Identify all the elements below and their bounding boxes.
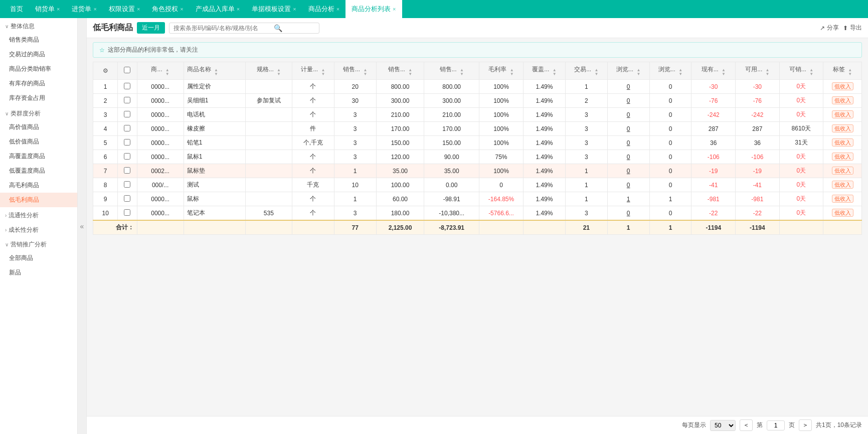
close-icon[interactable]: ×: [180, 6, 183, 12]
row-checkbox[interactable]: [124, 97, 130, 103]
row-checkbox[interactable]: [124, 209, 130, 216]
sidebar-item-low-value[interactable]: 低价值商品: [0, 134, 77, 149]
select-all-checkbox[interactable]: [124, 67, 130, 73]
th-tag[interactable]: 标签 ▲▼: [823, 62, 862, 80]
nav-sales[interactable]: 销货单 ×: [29, 0, 66, 18]
nav-role[interactable]: 角色授权 ×: [146, 0, 189, 18]
sidebar-item-traded-goods[interactable]: 交易过的商品: [0, 47, 77, 62]
sidebar-item-sales-goods[interactable]: 销售类商品: [0, 33, 77, 47]
settings-icon[interactable]: ⚙: [103, 67, 108, 74]
cell-seq: 9: [93, 192, 118, 206]
cell-view1[interactable]: 0: [607, 80, 649, 94]
th-current[interactable]: 现有... ▲▼: [691, 62, 736, 80]
close-icon[interactable]: ×: [237, 6, 240, 12]
next-page-button[interactable]: ＞: [799, 419, 812, 431]
tag-badge: 低收入: [832, 124, 853, 132]
prev-page-button[interactable]: ＜: [740, 419, 753, 431]
th-code[interactable]: 商... ▲▼: [137, 62, 184, 80]
sidebar-collapse-button[interactable]: «: [78, 18, 87, 434]
th-sales-qty[interactable]: 销售... ▲▼: [334, 62, 376, 80]
cell-view1[interactable]: 0: [607, 178, 649, 192]
th-cover-rate[interactable]: 覆盖... ▲▼: [524, 62, 566, 80]
th-gross-rate[interactable]: 毛利率 ▲▼: [479, 62, 523, 80]
cell-view1[interactable]: 0: [607, 108, 649, 122]
sidebar-item-high-value[interactable]: 高价值商品: [0, 120, 77, 134]
cell-check[interactable]: [118, 192, 137, 206]
th-sales-price[interactable]: 销售... ▲▼: [376, 62, 424, 80]
sidebar-group-flow[interactable]: › 流通性分析: [0, 207, 77, 222]
th-sales-amount[interactable]: 销售... ▲▼: [424, 62, 479, 80]
cell-check[interactable]: [118, 80, 137, 94]
row-checkbox[interactable]: [124, 111, 130, 117]
page-title: 低毛利商品: [93, 23, 133, 33]
cell-name: 鼠标垫: [184, 164, 245, 178]
filter-button[interactable]: 近一月: [137, 22, 165, 34]
nav-goods-analysis[interactable]: 商品分析 ×: [302, 0, 345, 18]
cell-view1[interactable]: 0: [607, 94, 649, 108]
th-sellable[interactable]: 可销... ▲▼: [779, 62, 823, 80]
th-name[interactable]: 商品名称 ▲▼: [184, 62, 245, 80]
cell-sales-qty: 3: [334, 136, 376, 150]
cell-check[interactable]: [118, 206, 137, 221]
th-spec[interactable]: 规格... ▲▼: [245, 62, 292, 80]
cell-sales-amount: -10,380...: [424, 206, 479, 221]
cell-view1[interactable]: 0: [607, 136, 649, 150]
share-button[interactable]: ↗ 分享: [820, 24, 839, 32]
export-button[interactable]: ⬆ 导出: [843, 24, 862, 32]
sidebar-group-growth[interactable]: › 成长性分析: [0, 222, 77, 236]
row-checkbox[interactable]: [124, 167, 130, 174]
sidebar-item-low-gross[interactable]: 低毛利商品: [0, 193, 77, 207]
nav-product-in[interactable]: 产成品入库单 ×: [190, 0, 246, 18]
cell-check[interactable]: [118, 150, 137, 164]
sidebar-item-high-coverage[interactable]: 高覆盖度商品: [0, 149, 77, 164]
sidebar-group-general[interactable]: ∨ 整体信息: [0, 18, 77, 33]
row-checkbox[interactable]: [124, 195, 130, 202]
sidebar-item-fund-usage[interactable]: 库存资金占用: [0, 91, 77, 105]
cell-check[interactable]: [118, 94, 137, 108]
page-number-input[interactable]: [767, 420, 785, 430]
row-checkbox[interactable]: [124, 83, 130, 89]
cell-view1[interactable]: 0: [607, 206, 649, 221]
cell-check[interactable]: [118, 164, 137, 178]
cell-check[interactable]: [118, 178, 137, 192]
close-icon[interactable]: ×: [57, 6, 60, 12]
close-icon[interactable]: ×: [137, 6, 140, 12]
search-input[interactable]: [173, 25, 274, 32]
nav-template[interactable]: 单据模板设置 ×: [246, 0, 302, 18]
nav-home[interactable]: 首页: [4, 0, 29, 18]
nav-goods-analysis-list[interactable]: 商品分析列表 ×: [345, 0, 402, 18]
close-icon[interactable]: ×: [393, 6, 396, 12]
cell-view1[interactable]: 0: [607, 164, 649, 178]
cell-check[interactable]: [118, 122, 137, 136]
th-view1[interactable]: 浏览... ▲▼: [607, 62, 649, 80]
cell-check[interactable]: [118, 136, 137, 150]
sidebar-item-in-stock[interactable]: 有库存的商品: [0, 76, 77, 91]
close-icon[interactable]: ×: [293, 6, 296, 12]
nav-purchase[interactable]: 进货单 ×: [66, 0, 102, 18]
th-unit[interactable]: 计量... ▲▼: [292, 62, 334, 80]
nav-permission[interactable]: 权限设置 ×: [103, 0, 146, 18]
cell-view1[interactable]: 0: [607, 122, 649, 136]
row-checkbox[interactable]: [124, 153, 130, 160]
sidebar-item-high-gross[interactable]: 高毛利商品: [0, 178, 77, 193]
row-checkbox[interactable]: [124, 125, 130, 131]
cell-view1[interactable]: 0: [607, 150, 649, 164]
th-view2[interactable]: 浏览... ▲▼: [649, 62, 691, 80]
cell-view1[interactable]: 1: [607, 192, 649, 206]
search-icon[interactable]: 🔍: [274, 24, 282, 32]
row-checkbox[interactable]: [124, 139, 130, 146]
sidebar-item-category-rate[interactable]: 商品分类助销率: [0, 62, 77, 76]
sidebar-group-marketing[interactable]: ∨ 营销推广分析: [0, 236, 77, 251]
close-icon[interactable]: ×: [93, 6, 96, 12]
row-checkbox[interactable]: [124, 181, 130, 188]
th-trade[interactable]: 交易... ▲▼: [565, 62, 607, 80]
sidebar-item-new-goods[interactable]: 新品: [0, 265, 77, 280]
sidebar-item-all-goods[interactable]: 全部商品: [0, 251, 77, 265]
th-available[interactable]: 可用... ▲▼: [736, 62, 780, 80]
cell-check[interactable]: [118, 108, 137, 122]
sidebar-group-cluster[interactable]: ∨ 类群度分析: [0, 105, 77, 120]
close-icon[interactable]: ×: [336, 6, 339, 12]
per-page-select[interactable]: 50 100 200: [710, 420, 736, 431]
cell-trade: 3: [565, 206, 607, 221]
sidebar-item-low-coverage[interactable]: 低覆盖度商品: [0, 164, 77, 178]
